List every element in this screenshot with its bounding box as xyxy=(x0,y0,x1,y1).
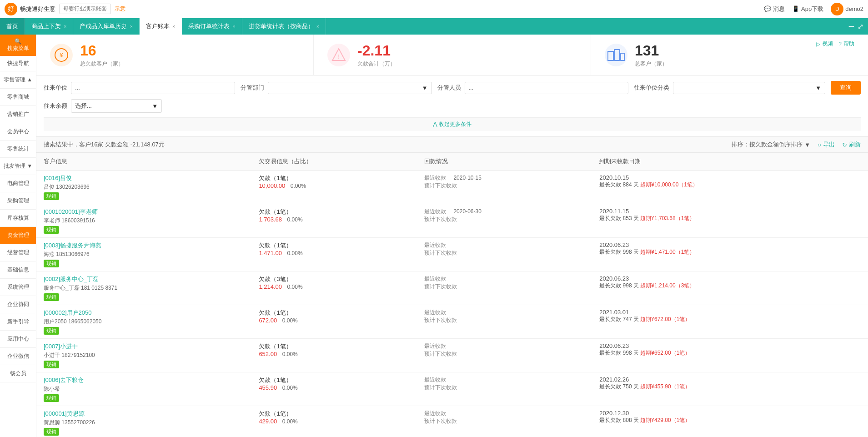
sidebar-item-retail-mgmt[interactable]: 零售管理 ▲ xyxy=(0,71,36,89)
filter-category-input[interactable]: ▼ xyxy=(673,82,825,94)
debt-desc-4: 欠款（1笔） xyxy=(259,309,409,317)
tab-purchase-order[interactable]: 采购订单统计表 × xyxy=(182,18,242,35)
overdue-link-1[interactable]: 超期¥1,703.68（1笔） xyxy=(640,215,695,221)
tab-products-close[interactable]: × xyxy=(64,24,66,29)
message-btn[interactable]: 💬 消息 xyxy=(764,5,785,13)
filter-person-input[interactable]: ... xyxy=(465,82,629,94)
sidebar-inventory-label: 库存核算 xyxy=(7,215,29,221)
customer-name-link-5[interactable]: [0007]小进干 xyxy=(44,343,78,350)
customer-name-link-2[interactable]: [0003]畅捷服务尹海燕 xyxy=(44,242,101,249)
tab-purchase-history-close[interactable]: × xyxy=(130,24,132,29)
overdue-link-7[interactable]: 超期¥429.00（1笔） xyxy=(640,417,690,423)
due-date-3: 2020.06.23 xyxy=(599,275,861,282)
sidebar-item-system[interactable]: 系统管理 xyxy=(0,279,36,296)
customer-name-link-7[interactable]: [000001]黄思源 xyxy=(44,410,85,417)
tab-home[interactable]: 首页 xyxy=(0,18,25,35)
cell-due-6: 2021.02.26 最长欠款 750 天 超期¥455.90（1笔） xyxy=(592,372,868,406)
customer-tag-1: 现销 xyxy=(44,226,59,234)
sidebar-item-search[interactable]: 🔍 搜索菜单 xyxy=(0,35,36,56)
cell-debt-6: 欠款（1笔） 455.90 0.00% xyxy=(251,372,416,406)
view-video-btn[interactable]: ▷ 视频 xyxy=(816,40,833,48)
tab-goods-stats-close[interactable]: × xyxy=(316,24,319,29)
debt-amount-7: 429.00 xyxy=(259,418,277,425)
sidebar-item-vip[interactable]: 畅会员 xyxy=(0,365,36,382)
sidebar-item-wechat[interactable]: 企业微信 xyxy=(0,348,36,365)
cell-customer-5: [0007]小进干 小进干 18279152100 现销 xyxy=(36,339,251,372)
sidebar-item-app-center[interactable]: 应用中心 xyxy=(0,331,36,348)
collapse-filter-btn[interactable]: ⋀ 收起更多条件 xyxy=(44,117,861,131)
sidebar-item-guide[interactable]: 新手引导 xyxy=(0,313,36,331)
sidebar-item-basic-info[interactable]: 基础信息 xyxy=(0,261,36,279)
app-icon: 📱 xyxy=(792,5,799,12)
app-download-btn[interactable]: 📱 App下载 xyxy=(792,5,823,13)
sidebar-item-operations[interactable]: 经营管理 xyxy=(0,244,36,261)
sidebar-item-ecommerce[interactable]: 电商管理 xyxy=(0,175,36,192)
overdue-link-4[interactable]: 超期¥672.00（1笔） xyxy=(640,316,690,322)
tab-goods-stats[interactable]: 进货单统计表（按商品） × xyxy=(242,18,326,35)
tab-minimize-icon[interactable]: ─ xyxy=(849,22,854,30)
sidebar-item-member[interactable]: 会员中心 xyxy=(0,123,36,141)
overdue-link-2[interactable]: 超期¥1,471.00（1笔） xyxy=(640,249,695,255)
sidebar-item-enterprise[interactable]: 企业协同 xyxy=(0,296,36,313)
collapse-label: 收起更多条件 xyxy=(439,121,472,127)
debt-amount-0: 10,000.00 xyxy=(259,182,285,189)
tab-maximize-icon[interactable]: ⤢ xyxy=(858,22,863,31)
debt-amount-2: 1,471.00 xyxy=(259,250,282,256)
customer-name-link-1[interactable]: [0001020001]李老师 xyxy=(44,208,98,215)
svg-text:!: ! xyxy=(338,54,339,60)
tab-products[interactable]: 商品上下架 × xyxy=(25,18,73,35)
help-btn[interactable]: ? 帮助 xyxy=(838,40,854,48)
tab-purchase-history[interactable]: 产成品入库单历史 × xyxy=(73,18,139,35)
export-btn[interactable]: ○ 导出 xyxy=(818,141,835,149)
cell-due-5: 2020.06.23 最长欠款 998 天 超期¥652.00（1笔） xyxy=(592,339,868,372)
filter-category: 往来单位分类 ▼ xyxy=(634,82,825,94)
sidebar-item-purchase[interactable]: 采购管理 xyxy=(0,192,36,210)
tab-purchase-order-close[interactable]: × xyxy=(232,24,235,29)
chevron-down-bal-icon: ▼ xyxy=(152,103,158,110)
customer-tag-5: 现销 xyxy=(44,361,59,368)
debt-desc-6: 欠款（1笔） xyxy=(259,376,409,384)
sidebar-item-finance[interactable]: 资金管理 xyxy=(0,227,36,244)
overdue-link-5[interactable]: 超期¥652.00（1笔） xyxy=(640,350,690,356)
sidebar-item-marketing[interactable]: 营销推广 xyxy=(0,106,36,123)
overdue-link-6[interactable]: 超期¥455.90（1笔） xyxy=(640,383,690,390)
chevron-down-icon: ▼ xyxy=(27,163,32,169)
sort-selector[interactable]: 排序：按欠款金额倒序排序 ▼ xyxy=(732,141,810,149)
debt-percent-0: 0.00% xyxy=(291,183,306,189)
cell-collection-7: 最近收款 预计下次收款 xyxy=(417,406,592,437)
user-menu[interactable]: D demo2 xyxy=(831,3,863,15)
search-button[interactable]: 查询 xyxy=(831,81,861,95)
tab-customer-account[interactable]: 客户账本 × xyxy=(140,18,182,35)
company-selector[interactable]: 母婴行业演示账套 xyxy=(59,4,111,14)
cell-due-2: 2020.06.23 最长欠款 998 天 超期¥1,471.00（1笔） xyxy=(592,238,868,271)
customer-name-link-0[interactable]: [0016]吕俊 xyxy=(44,175,72,181)
table-row: [0006]去下粮仓 陈小希 现销 欠款（1笔） 455.90 0.00% 最近… xyxy=(36,372,868,406)
sidebar-item-retail-mall[interactable]: 零售商城 xyxy=(0,89,36,106)
sidebar-retail-mall-label: 零售商城 xyxy=(7,94,29,100)
overdue-link-0[interactable]: 超期¥10,000.00（1笔） xyxy=(640,181,698,188)
chevron-down-dept-icon: ▼ xyxy=(422,85,428,91)
filter-supplier-input[interactable]: ... xyxy=(71,82,235,94)
customer-name-link-3[interactable]: [0002]服务中心_丁磊 xyxy=(44,276,99,282)
tab-customer-account-close[interactable]: × xyxy=(172,24,175,29)
sidebar-item-quicknav[interactable]: 快捷导航 xyxy=(0,56,36,71)
filter-area: 往来单位 ... 分管部门 ▼ 分管人员 ... xyxy=(36,75,868,137)
debt-percent-4: 0.00% xyxy=(282,317,298,324)
filter-supplier-label: 往来单位 xyxy=(44,84,67,92)
sidebar-item-retail-stats[interactable]: 零售统计 xyxy=(0,141,36,158)
sidebar-item-inventory[interactable]: 库存核算 xyxy=(0,210,36,227)
sidebar-item-wholesale[interactable]: 批发管理 ▼ xyxy=(0,158,36,175)
customer-tag-2: 现销 xyxy=(44,260,59,267)
table-row: [0016]吕俊 吕俊 13026203696 现销 欠款（1笔） 10,000… xyxy=(36,171,868,204)
customer-name-link-4[interactable]: [000002]用户2050 xyxy=(44,309,92,316)
cell-debt-0: 欠款（1笔） 10,000.00 0.00% xyxy=(251,171,416,204)
stat-customers-label: 总客户（家） xyxy=(635,60,667,68)
overdue-link-3[interactable]: 超期¥1,214.00（3笔） xyxy=(640,282,695,289)
customer-name-link-6[interactable]: [0006]去下粮仓 xyxy=(44,377,84,383)
customer-phone-7: 黄思源 13552700226 xyxy=(44,419,244,427)
last-collect-label-2: 最近收款 xyxy=(424,242,446,248)
refresh-btn[interactable]: ↻ 刷新 xyxy=(842,141,861,149)
filter-dept-input[interactable]: ▼ xyxy=(268,82,432,94)
filter-balance-select[interactable]: 选择... ▼ xyxy=(71,99,162,113)
logo-area: 好 畅捷通好生意 xyxy=(5,3,55,15)
